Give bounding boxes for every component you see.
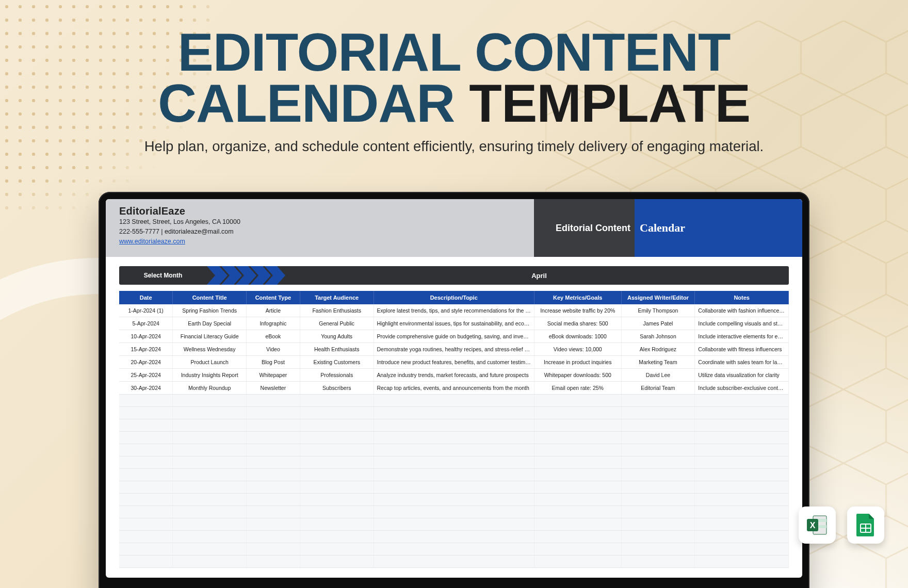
cell-audience[interactable]: Health Enthusiasts (300, 343, 374, 356)
cell-empty (300, 506, 374, 518)
cell-desc[interactable]: Highlight environmental issues, tips for… (374, 317, 534, 330)
cell-empty (534, 444, 621, 456)
cell-empty (695, 432, 789, 444)
cell-date[interactable]: 10-Apr-2024 (119, 330, 173, 343)
cell-empty (247, 419, 300, 432)
table-row-empty (119, 494, 789, 506)
cell-type[interactable]: Whitepaper (247, 369, 300, 382)
title-right: Calendar (635, 199, 802, 257)
cell-desc[interactable]: Introduce new product features, benefits… (374, 356, 534, 369)
cell-audience[interactable]: Existing Customers (300, 356, 374, 369)
cell-empty (173, 543, 247, 556)
cell-writer[interactable]: Alex Rodriguez (621, 343, 695, 356)
cell-empty (374, 444, 534, 456)
select-month-button[interactable]: Select Month (119, 266, 207, 285)
chevron-group (207, 266, 289, 285)
table-row[interactable]: 5-Apr-2024Earth Day SpecialInfographicGe… (119, 317, 789, 330)
col-desc: Description/Topic (374, 291, 534, 304)
cell-metrics[interactable]: Video views: 10,000 (534, 343, 621, 356)
cell-writer[interactable]: David Lee (621, 369, 695, 382)
cell-type[interactable]: Video (247, 343, 300, 356)
cell-empty (621, 556, 695, 568)
cell-writer[interactable]: Sarah Johnson (621, 330, 695, 343)
cell-empty (621, 395, 695, 407)
company-website-link[interactable]: www.editorialeaze.com (119, 238, 185, 245)
cell-audience[interactable]: Fashion Enthusiasts (300, 304, 374, 317)
cell-empty (374, 506, 534, 518)
cell-desc[interactable]: Demonstrate yoga routines, healthy recip… (374, 343, 534, 356)
cell-notes[interactable]: Coordinate with sales team for launch st… (695, 356, 789, 369)
cell-writer[interactable]: Editorial Team (621, 382, 695, 395)
cell-desc[interactable]: Recap top articles, events, and announce… (374, 382, 534, 395)
cell-desc[interactable]: Analyze industry trends, market forecast… (374, 369, 534, 382)
table-row[interactable]: 25-Apr-2024Industry Insights ReportWhite… (119, 369, 789, 382)
cell-writer[interactable]: Marketing Team (621, 356, 695, 369)
table-row-empty (119, 456, 789, 469)
col-audience: Target Audience (300, 291, 374, 304)
cell-empty (173, 395, 247, 407)
cell-title[interactable]: Earth Day Special (173, 317, 247, 330)
cell-title[interactable]: Financial Literacy Guide (173, 330, 247, 343)
table-row-empty (119, 481, 789, 494)
cell-date[interactable]: 1-Apr-2024 (1) (119, 304, 173, 317)
cell-audience[interactable]: General Public (300, 317, 374, 330)
cell-notes[interactable]: Include interactive elements for engagem… (695, 330, 789, 343)
cell-date[interactable]: 15-Apr-2024 (119, 343, 173, 356)
cell-title[interactable]: Monthly Roundup (173, 382, 247, 395)
cell-metrics[interactable]: Whitepaper downloads: 500 (534, 369, 621, 382)
cell-writer[interactable]: James Patel (621, 317, 695, 330)
cell-notes[interactable]: Collaborate with fitness influencers (695, 343, 789, 356)
table-row-empty (119, 469, 789, 481)
cell-writer[interactable]: Emily Thompson (621, 304, 695, 317)
month-label: April (289, 266, 789, 285)
cell-metrics[interactable]: Increase in product inquiries (534, 356, 621, 369)
table-row-empty (119, 506, 789, 518)
calendar-table: Date Content Title Content Type Target A… (119, 291, 789, 568)
cell-title[interactable]: Industry Insights Report (173, 369, 247, 382)
cell-desc[interactable]: Provide comprehensive guide on budgeting… (374, 330, 534, 343)
cell-empty (119, 494, 173, 506)
cell-empty (247, 407, 300, 419)
cell-title[interactable]: Spring Fashion Trends (173, 304, 247, 317)
cell-type[interactable]: eBook (247, 330, 300, 343)
cell-notes[interactable]: Collaborate with fashion influencers for… (695, 304, 789, 317)
table-row-empty (119, 395, 789, 407)
cell-notes[interactable]: Include compelling visuals and statistic… (695, 317, 789, 330)
cell-empty (300, 407, 374, 419)
cell-type[interactable]: Article (247, 304, 300, 317)
cell-empty (695, 444, 789, 456)
cell-type[interactable]: Blog Post (247, 356, 300, 369)
cell-type[interactable]: Infographic (247, 317, 300, 330)
cell-title[interactable]: Wellness Wednesday (173, 343, 247, 356)
cell-notes[interactable]: Utilize data visualization for clarity (695, 369, 789, 382)
table-row[interactable]: 10-Apr-2024Financial Literacy GuideeBook… (119, 330, 789, 343)
cell-notes[interactable]: Include subscriber-exclusive content (695, 382, 789, 395)
table-row[interactable]: 20-Apr-2024Product LaunchBlog PostExisti… (119, 356, 789, 369)
cell-empty (695, 531, 789, 543)
cell-metrics[interactable]: eBook downloads: 1000 (534, 330, 621, 343)
cell-empty (300, 469, 374, 481)
cell-empty (374, 419, 534, 432)
cell-metrics[interactable]: Email open rate: 25% (534, 382, 621, 395)
cell-empty (695, 543, 789, 556)
cell-type[interactable]: Newsletter (247, 382, 300, 395)
table-row[interactable]: 15-Apr-2024Wellness WednesdayVideoHealth… (119, 343, 789, 356)
cell-audience[interactable]: Young Adults (300, 330, 374, 343)
cell-metrics[interactable]: Social media shares: 500 (534, 317, 621, 330)
cell-metrics[interactable]: Increase website traffic by 20% (534, 304, 621, 317)
cell-date[interactable]: 30-Apr-2024 (119, 382, 173, 395)
cell-empty (621, 506, 695, 518)
cell-date[interactable]: 5-Apr-2024 (119, 317, 173, 330)
cell-date[interactable]: 20-Apr-2024 (119, 356, 173, 369)
table-row[interactable]: 1-Apr-2024 (1)Spring Fashion TrendsArtic… (119, 304, 789, 317)
cell-desc[interactable]: Explore latest trends, tips, and style r… (374, 304, 534, 317)
cell-empty (247, 444, 300, 456)
table-row[interactable]: 30-Apr-2024Monthly RoundupNewsletterSubs… (119, 382, 789, 395)
cell-title[interactable]: Product Launch (173, 356, 247, 369)
cell-date[interactable]: 25-Apr-2024 (119, 369, 173, 382)
cell-audience[interactable]: Professionals (300, 369, 374, 382)
cell-audience[interactable]: Subscribers (300, 382, 374, 395)
table-header-row: Date Content Title Content Type Target A… (119, 291, 789, 304)
cell-empty (119, 407, 173, 419)
cell-empty (300, 395, 374, 407)
